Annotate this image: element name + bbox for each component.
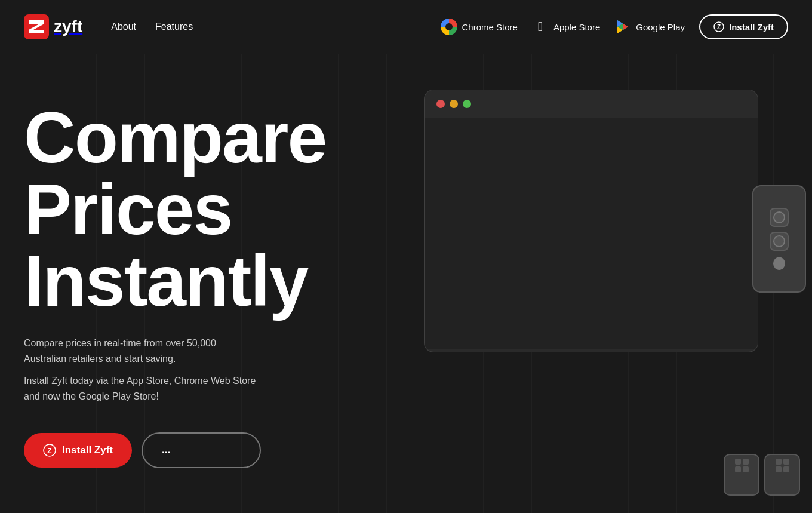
svg-text:Z: Z xyxy=(717,24,721,30)
hero-visual xyxy=(424,90,812,508)
phone-apple-logo xyxy=(773,256,785,270)
mini-dot xyxy=(743,466,749,472)
svg-marker-5 xyxy=(623,24,628,30)
google-play-icon xyxy=(614,19,631,35)
phone-bottom-row xyxy=(724,454,800,496)
hero-title-line3: Instantly xyxy=(24,241,307,321)
window-dot-green xyxy=(463,100,471,108)
chrome-icon xyxy=(441,19,457,35)
play-triangle-icon xyxy=(615,19,630,35)
install-btn-nav[interactable]: Z Install Zyft xyxy=(699,14,788,39)
install-btn-hero[interactable]: Z Install Zyft xyxy=(24,433,132,468)
hero-subtitle1: Compare prices in real-time from over 50… xyxy=(24,336,382,366)
secondary-btn-label: ... xyxy=(162,444,170,456)
chrome-store-icon xyxy=(441,19,457,35)
hero-section: Compare Prices Instantly Compare prices … xyxy=(0,54,812,513)
nav-about[interactable]: About xyxy=(111,21,136,32)
logo-link[interactable]: zyft xyxy=(24,14,82,39)
mini-dot xyxy=(743,459,749,465)
browser-content xyxy=(425,118,758,349)
google-play-link[interactable]: Google Play xyxy=(614,19,685,35)
nav-features[interactable]: Features xyxy=(155,21,193,32)
install-btn-hero-label: Install Zyft xyxy=(62,444,113,456)
apple-store-label: Apple Store xyxy=(553,22,600,32)
secondary-btn[interactable]: ... xyxy=(142,432,261,468)
mini-dot xyxy=(783,466,789,472)
svg-text:Z: Z xyxy=(47,447,51,455)
apple-store-link[interactable]:  Apple Store xyxy=(532,19,600,35)
nav-links: About Features xyxy=(111,21,193,32)
mini-dot xyxy=(776,466,782,472)
install-btn-nav-label: Install Zyft xyxy=(729,22,774,32)
hero-title-line2: Prices xyxy=(24,169,232,249)
hero-install-text: Install Zyft today via the App Store, Ch… xyxy=(24,373,382,404)
phone-camera-lens2 xyxy=(770,232,789,251)
chrome-store-label: Chrome Store xyxy=(462,22,518,32)
hero-title-line1: Compare xyxy=(24,97,326,177)
nav-right: Chrome Store  Apple Store Google Play xyxy=(441,14,789,39)
phone-mini-2 xyxy=(764,454,800,496)
browser-window xyxy=(424,90,758,352)
browser-titlebar xyxy=(425,90,758,118)
window-dot-yellow xyxy=(450,100,458,108)
window-dot-red xyxy=(436,100,445,108)
phone-camera-lens xyxy=(770,208,789,227)
mini-dot xyxy=(735,466,741,472)
chrome-icon-inner xyxy=(445,23,453,30)
hero-buttons: Z Install Zyft ... xyxy=(24,432,382,468)
apple-icon:  xyxy=(532,19,549,35)
logo-text: zyft xyxy=(54,17,82,36)
google-play-label: Google Play xyxy=(636,22,685,32)
hero-content: Compare Prices Instantly Compare prices … xyxy=(24,90,382,468)
navbar: zyft About Features Chrome Store  Apple… xyxy=(0,0,812,54)
zyft-logo-icon xyxy=(24,14,49,39)
phone-mockup xyxy=(752,185,806,293)
chrome-store-link[interactable]: Chrome Store xyxy=(441,19,518,35)
mini-dot xyxy=(783,459,789,465)
nav-left: zyft About Features xyxy=(24,14,193,39)
zyft-nav-btn-icon: Z xyxy=(713,21,724,32)
hero-title: Compare Prices Instantly xyxy=(24,102,382,317)
mini-dot xyxy=(735,459,741,465)
phone-mini-1 xyxy=(724,454,759,496)
mini-dot xyxy=(776,459,782,465)
zyft-hero-btn-icon: Z xyxy=(43,444,56,457)
